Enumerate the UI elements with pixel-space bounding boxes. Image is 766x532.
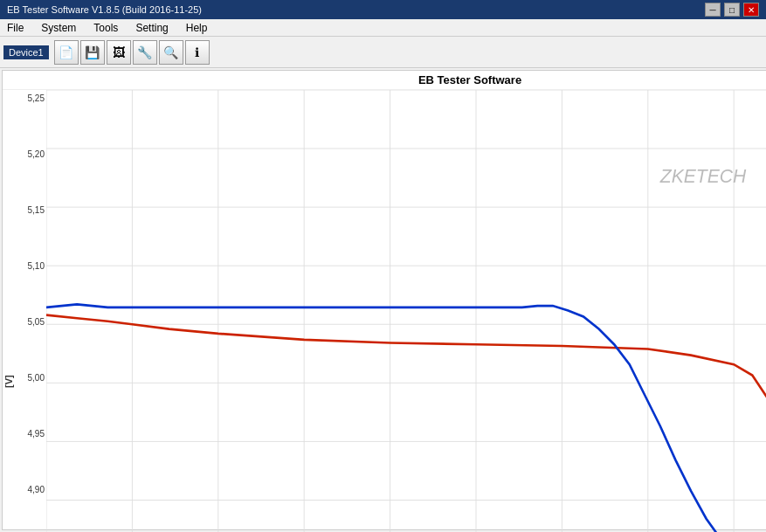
y-axis-left: 5,25 5,20 5,15 5,10 5,05 5,00 4,95 4,90 … — [15, 90, 46, 532]
watermark-text: ZKETECH — [659, 166, 747, 186]
menu-bar: File System Tools Setting Help — [0, 19, 766, 37]
menu-setting[interactable]: Setting — [132, 22, 171, 34]
menu-file[interactable]: File — [3, 22, 27, 34]
window-controls: ─ □ ✕ — [705, 3, 759, 17]
title-bar: EB Tester Software V1.8.5 (Build 2016-11… — [0, 0, 766, 19]
menu-system[interactable]: System — [38, 22, 79, 34]
minimize-button[interactable]: ─ — [705, 3, 721, 17]
main-content: EB Tester Software [V] 5,25 5,20 5,15 5,… — [0, 68, 766, 532]
chart-svg-container: ZKETECH — [46, 90, 766, 532]
info-button[interactable]: ℹ — [185, 40, 210, 65]
menu-tools[interactable]: Tools — [90, 22, 121, 34]
new-button[interactable]: 📄 — [54, 40, 79, 65]
toolbar: Device1 📄 💾 🖼 🔧 🔍 ℹ — [0, 37, 766, 68]
search-button[interactable]: 🔍 — [159, 40, 183, 65]
chart-title: EB Tester Software — [3, 71, 766, 90]
save-button[interactable]: 💾 — [80, 40, 105, 65]
close-button[interactable]: ✕ — [743, 3, 759, 17]
open-button[interactable]: 🖼 — [107, 40, 131, 65]
chart-svg: ZKETECH — [46, 90, 766, 532]
chart-wrapper: [V] 5,25 5,20 5,15 5,10 5,05 5,00 4,95 4… — [3, 90, 766, 532]
blue-curve — [46, 304, 766, 532]
device-label: Device1 — [3, 45, 49, 59]
maximize-button[interactable]: □ — [724, 3, 740, 17]
settings-button[interactable]: 🔧 — [133, 40, 157, 65]
chart-area: EB Tester Software [V] 5,25 5,20 5,15 5,… — [2, 70, 766, 530]
window-title: EB Tester Software V1.8.5 (Build 2016-11… — [7, 4, 202, 15]
y-axis-left-label: [V] — [3, 376, 14, 389]
menu-help[interactable]: Help — [183, 22, 211, 34]
